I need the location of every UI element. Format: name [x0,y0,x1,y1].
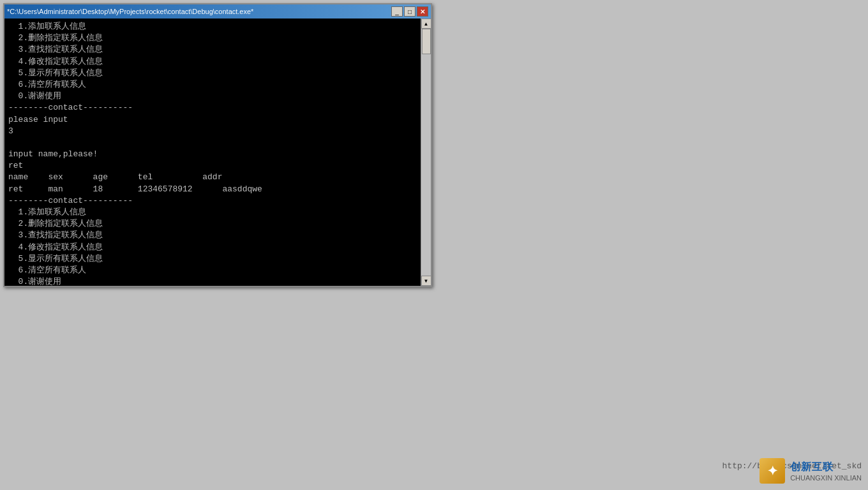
window-controls: _ □ ✕ [391,6,428,17]
terminal-window: *C:\Users\Administrator\Desktop\MyProjec… [3,3,432,287]
title-bar: *C:\Users\Administrator\Desktop\MyProjec… [4,4,431,19]
scrollbar[interactable]: ▲ ▼ [421,19,431,286]
brand-text: 创新互联 CHUANGXIN XINLIAN [790,461,862,482]
brand-logo: ✦ 创新互联 CHUANGXIN XINLIAN [760,458,862,484]
scroll-track [421,29,431,276]
scroll-down-button[interactable]: ▼ [421,276,431,286]
minimize-button[interactable]: _ [391,6,403,17]
brand-subtitle: CHUANGXIN XINLIAN [790,474,862,482]
scroll-thumb[interactable] [422,29,431,54]
brand-name: 创新互联 [790,461,862,474]
close-button[interactable]: ✕ [417,6,428,17]
brand-icon: ✦ [760,458,785,484]
restore-button[interactable]: □ [404,6,415,17]
console-output[interactable]: 1.添加联系人信息 2.删除指定联系人信息 3.查找指定联系人信息 4.修改指定… [4,19,421,286]
window-title: *C:\Users\Administrator\Desktop\MyProjec… [7,8,253,15]
console-area: 1.添加联系人信息 2.删除指定联系人信息 3.查找指定联系人信息 4.修改指定… [4,19,431,286]
scroll-up-button[interactable]: ▲ [421,19,431,29]
